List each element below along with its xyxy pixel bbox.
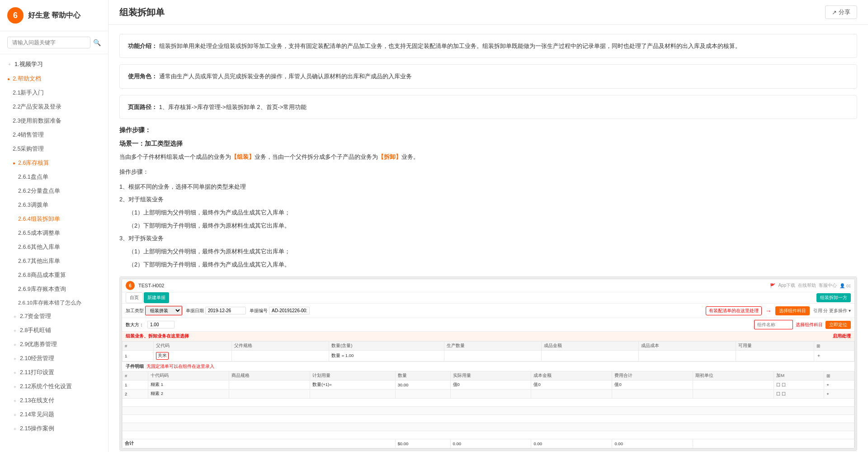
- sidebar-item-coupon[interactable]: ＋ 2.9优惠券管理: [0, 338, 108, 352]
- mock-confirm-btn[interactable]: 选择组件科目: [775, 306, 810, 315]
- sidebar-item-prepare[interactable]: 2.3使用前数据准备: [0, 114, 108, 128]
- mock-lr1-code: 糊素 1: [148, 381, 229, 390]
- mock-lr1-addm: ☐ ☐: [774, 381, 824, 390]
- mock-search-btn2[interactable]: 立即定位: [826, 321, 851, 329]
- sidebar-item-costadj[interactable]: 2.6.5成本调整单: [0, 226, 108, 240]
- mock-lower-th-spec: 商品规格: [229, 371, 310, 381]
- mock-type-label: 加工类型: [126, 308, 144, 314]
- step3: 3、对于拆装业务: [119, 233, 857, 244]
- sidebar-item-assembly[interactable]: 2.6.4组装拆卸单: [0, 212, 108, 226]
- sidebar-item-stockquery[interactable]: 2.6.9库存账本查询: [0, 282, 108, 296]
- print-plus-icon: ＋: [13, 370, 17, 376]
- mock-footer-v3: 0.00: [531, 439, 612, 448]
- step2-a: （1）上部明细为父件明细，最终作为产成品生成其它入库单；: [119, 207, 857, 219]
- mock-footer-v2: 0.00: [450, 439, 531, 448]
- search-button[interactable]: 🔍: [93, 39, 101, 46]
- mock-upper-th-num: #: [123, 342, 154, 351]
- ops-intro: 操作步骤：: [119, 167, 857, 178]
- mock-lower-th-fee: 费用合计: [612, 371, 693, 381]
- sidebar-item-stocktake[interactable]: 2.6.1盘点单: [0, 170, 108, 184]
- sidebar-item-custom-label: 2.12系统个性化设置: [20, 383, 72, 390]
- ops-title: 操作步骤：: [119, 126, 857, 134]
- mock-lr2-action[interactable]: +: [824, 390, 854, 399]
- mock-lr6-empty: [123, 423, 854, 431]
- sidebar-item-sales[interactable]: 2.4销售管理: [0, 128, 108, 142]
- main-area: 组装拆卸单 ↗ 分享 功能介绍： 组装拆卸单用来处理企业组装或拆卸等加工业务，支…: [108, 0, 868, 452]
- sidebar-item-video-label: 1.视频学习: [14, 60, 43, 68]
- sidebar-item-otherout[interactable]: 2.6.7其他出库单: [0, 254, 108, 268]
- sidebar-item-finance-label: 2.7资金管理: [20, 313, 51, 320]
- sidebar-item-partstock[interactable]: 2.6.2分量盘点单: [0, 184, 108, 198]
- search-input[interactable]: [7, 37, 90, 48]
- mock-comp-box-wrap: 选择组件科目 立即定位: [754, 320, 851, 329]
- mock-lr2-plan: [310, 390, 395, 399]
- mock-subfields-label: 数大方：: [126, 322, 144, 328]
- mock-nav-teal-btn[interactable]: 组装拆卸一方: [816, 293, 851, 302]
- sidebar-item-inventory[interactable]: ● 2.6库存核算: [0, 156, 108, 170]
- mock-lower-th-qty: 数量: [395, 371, 450, 381]
- sidebar-item-install[interactable]: 2.2产品安装及登录: [0, 100, 108, 114]
- sidebar-item-install-label: 2.2产品安装及登录: [13, 103, 61, 111]
- sidebar-item-ops[interactable]: ＋ 2.10经营管理: [0, 352, 108, 366]
- sidebar-item-mobile[interactable]: ＋ 2.8手机旺铺: [0, 324, 108, 338]
- mock-lr1-actual: 值0: [450, 381, 531, 390]
- mock-lr2-fee: [612, 390, 693, 399]
- mock-type-group: 加工类型 组装拼装 拆卸: [126, 306, 182, 315]
- annotation4-text: 启用处理: [833, 333, 851, 339]
- mock-lr2-num: 2: [123, 390, 148, 399]
- mock-order-group: 单据编号: [250, 307, 310, 314]
- sidebar-item-newbie[interactable]: 2.1新手入门: [0, 86, 108, 100]
- mock-nav-list[interactable]: 新建单据: [144, 292, 169, 303]
- sidebar-item-stockerror[interactable]: 2.6.10库存账本错了怎么办: [0, 296, 108, 309]
- sidebar-item-adjust[interactable]: 2.6.3调拨单: [0, 198, 108, 212]
- mock-lr1-plan: 数量(+1)=: [310, 381, 395, 390]
- mock-icon-flag: 🚩: [770, 283, 775, 288]
- coupon-plus-icon: ＋: [13, 342, 17, 348]
- mock-lower-th-addm: 加M: [774, 371, 824, 381]
- mock-upper-cell-1-qty: 数量 = 1.00: [329, 351, 444, 362]
- mock-nav-home[interactable]: 自页: [126, 292, 143, 303]
- sidebar-item-docs[interactable]: ● 2.帮助文档: [0, 71, 108, 86]
- step2: 2、对于组装业务: [119, 194, 857, 205]
- share-label: 分享: [839, 8, 850, 16]
- sidebar: 6 好生意 帮助中心 🔍 ＋ 1.视频学习 ● 2.帮助文档 2.1新手入门 2…: [0, 0, 108, 452]
- sidebar-item-purchase[interactable]: 2.5采购管理: [0, 142, 108, 156]
- intro-text: 组装拆卸单用来处理企业组装或拆卸等加工业务，支持有固定装配清单的产品加工业务，也…: [159, 43, 741, 49]
- role-label: 使用角色：: [128, 73, 157, 80]
- sidebar-item-faq[interactable]: ＋ 2.14常见问题: [0, 408, 108, 422]
- mock-type-select[interactable]: 组装拼装 拆卸: [146, 306, 182, 315]
- mock-upper-th-cost: 成品成本: [639, 342, 736, 351]
- sidebar-item-mobile-label: 2.8手机旺铺: [20, 327, 51, 334]
- sidebar-item-custom[interactable]: ＋ 2.12系统个性化设置: [0, 380, 108, 394]
- mock-lower-row1: 1 糊素 1 数量(+1)= 30.00 值0 值0 值0 ☐ ☐: [123, 381, 854, 390]
- screenshot-container: 6 TEST-H002 🚩 App下载 在线帮助 客服中心 👤 cc: [119, 276, 857, 451]
- mock-date-input[interactable]: [205, 307, 246, 314]
- mock-count-input[interactable]: [147, 321, 175, 328]
- sidebar-item-cases[interactable]: ＋ 2.15操作案例: [0, 422, 108, 436]
- sidebar-item-otherin[interactable]: 2.6.6其他入库单: [0, 240, 108, 254]
- ops-plus-icon: ＋: [13, 356, 17, 362]
- mock-lr1-action[interactable]: +: [824, 381, 854, 390]
- sidebar-item-assembly-label: 2.6.4组装拆卸单: [18, 215, 60, 223]
- mock-order-input[interactable]: [269, 307, 310, 314]
- mock-upper-cell-1-pcode: 关米: [153, 351, 231, 362]
- mock-upper-cell-1-action[interactable]: ＋: [814, 351, 854, 362]
- share-icon: ↗: [832, 9, 837, 16]
- sidebar-item-video[interactable]: ＋ 1.视频学习: [0, 57, 108, 71]
- mock-upper-cell-1-avail: [736, 351, 814, 362]
- mobile-plus-icon: ＋: [13, 328, 17, 334]
- app-logo-icon: 6: [7, 7, 24, 24]
- annotation3-text: 组装业务、拆卸业务在这里选择: [126, 333, 189, 339]
- mock-lr1-num: 1: [123, 381, 148, 390]
- sidebar-item-pay[interactable]: ＋ 2.13在线支付: [0, 394, 108, 408]
- sidebar-item-finance[interactable]: ＋ 2.7资金管理: [0, 309, 108, 324]
- mock-lower-row2: 2 糊素 2 ☐ ☐ +: [123, 390, 854, 399]
- sidebar-item-goodscost[interactable]: 2.6.8商品成本重算: [0, 268, 108, 282]
- path-text: 1、库存核算->库存管理->组装拆卸单 2、首页->常用功能: [159, 104, 307, 110]
- share-button[interactable]: ↗ 分享: [825, 5, 857, 19]
- role-text: 通常由生产人员或库管人员完成拆装业务的操作，库管人员确认原材料的出库和产成品的入…: [159, 73, 412, 80]
- sidebar-item-print[interactable]: ＋ 2.11打印设置: [0, 366, 108, 380]
- mock-comp-input[interactable]: [755, 321, 792, 328]
- sidebar-item-pay-label: 2.13在线支付: [20, 397, 54, 404]
- mock-nav: 自页 新建单据 组装拆卸一方: [122, 292, 854, 304]
